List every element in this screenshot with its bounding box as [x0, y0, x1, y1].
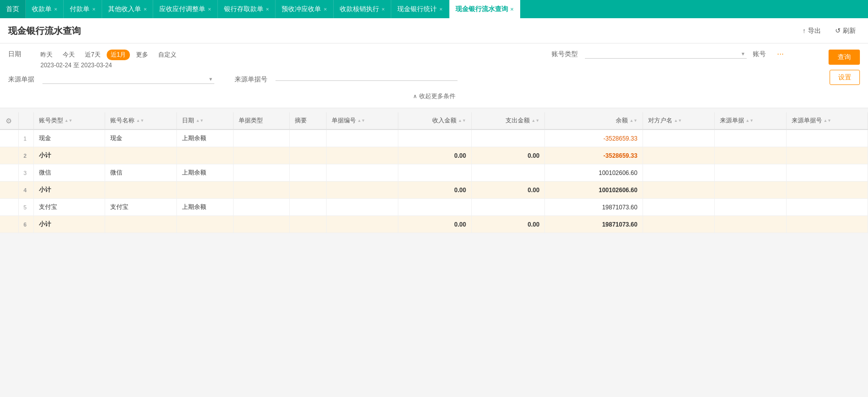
- td-expense: 0.00: [471, 182, 544, 199]
- th-doc-type: 单据类型: [233, 112, 289, 129]
- nav-item-home[interactable]: 首页: [0, 0, 26, 18]
- export-button[interactable]: ↑ 导出: [799, 24, 826, 37]
- td-row-num: 2: [18, 147, 33, 164]
- date-btn-1month[interactable]: 近1月: [107, 50, 130, 60]
- td-row-num: 4: [18, 182, 33, 199]
- td-balance: 100102606.60: [545, 164, 643, 182]
- nav-close-bank-flow[interactable]: ×: [511, 6, 514, 12]
- td-account-type: 支付宝: [33, 199, 105, 216]
- account-dots[interactable]: ···: [777, 50, 784, 59]
- th-account-name[interactable]: 账号名称 ▲▼: [105, 112, 177, 129]
- nav-close-receipt[interactable]: ×: [54, 6, 57, 12]
- date-btn-more[interactable]: 更多: [132, 50, 152, 60]
- td-balance: 19871073.60: [545, 216, 643, 233]
- settings-button[interactable]: 设置: [830, 70, 860, 85]
- nav-item-payment[interactable]: 付款单 ×: [64, 0, 102, 18]
- nav-item-receipt[interactable]: 收款单 ×: [26, 0, 64, 18]
- th-account-type[interactable]: 账号类型 ▲▼: [33, 112, 105, 129]
- td-summary: [290, 216, 327, 233]
- td-doc-type: [233, 147, 289, 164]
- nav-item-bank-flow[interactable]: 现金银行流水查询 ×: [449, 0, 520, 18]
- nav-item-adjustment[interactable]: 应收应付调整单 ×: [153, 0, 217, 18]
- td-settings-cell: [0, 199, 18, 216]
- nav-close-payment[interactable]: ×: [92, 6, 95, 12]
- nav-item-bank-deposit[interactable]: 银行存取款单 ×: [218, 0, 276, 18]
- nav-item-other-income[interactable]: 其他收入单 ×: [102, 0, 153, 18]
- source-doc-select[interactable]: ▾: [42, 75, 214, 84]
- nav-label-advance: 预收冲应收单: [282, 5, 321, 14]
- page-title: 现金银行流水查询: [8, 25, 81, 37]
- data-table: ⚙ 账号类型 ▲▼ 账号名称 ▲▼: [0, 112, 868, 233]
- td-source-doc: [714, 216, 786, 233]
- th-expense[interactable]: 支出金额 ▲▼: [471, 112, 544, 129]
- refresh-label: 刷新: [843, 26, 856, 35]
- account-type-select[interactable]: ▾: [585, 50, 747, 59]
- nav-close-other-income[interactable]: ×: [144, 6, 147, 12]
- refresh-button[interactable]: ↺ 刷新: [831, 24, 860, 37]
- th-counterpart[interactable]: 对方户名 ▲▼: [643, 112, 714, 129]
- main-content: ⚙ 账号类型 ▲▼ 账号名称 ▲▼: [0, 112, 868, 233]
- td-doc-no: [326, 182, 398, 199]
- td-account-name: [105, 216, 177, 233]
- nav-item-collection-exec[interactable]: 收款核销执行 ×: [334, 0, 391, 18]
- date-btn-7days[interactable]: 近7天: [81, 50, 105, 60]
- td-counterpart: [643, 164, 714, 182]
- td-settings-cell: [0, 216, 18, 233]
- th-row-num: [18, 112, 33, 129]
- sort-income-icon: ▲▼: [458, 119, 466, 123]
- td-expense: [471, 129, 544, 147]
- td-date: [177, 182, 233, 199]
- date-btn-today[interactable]: 今天: [59, 50, 79, 60]
- th-doc-no[interactable]: 单据编号 ▲▼: [326, 112, 398, 129]
- td-source-doc-no: [786, 182, 867, 199]
- td-counterpart: [643, 129, 714, 147]
- query-button[interactable]: 查询: [829, 50, 860, 65]
- td-account-name: 微信: [105, 164, 177, 182]
- date-btn-yesterday[interactable]: 昨天: [36, 50, 57, 60]
- td-expense: 0.00: [471, 147, 544, 164]
- td-summary: [290, 147, 327, 164]
- refresh-icon: ↺: [835, 27, 841, 34]
- date-range-display: 2023-02-24 至 2023-03-24: [40, 61, 180, 70]
- th-date[interactable]: 日期 ▲▼: [177, 112, 233, 129]
- td-income: [398, 164, 471, 182]
- td-doc-no: [326, 147, 398, 164]
- account-type-arrow-icon: ▾: [742, 51, 745, 57]
- sort-date-icon: ▲▼: [196, 119, 204, 123]
- td-expense: [471, 199, 544, 216]
- nav-item-bank-stats[interactable]: 现金银行统计 ×: [391, 0, 449, 18]
- sort-counterpart-icon: ▲▼: [674, 119, 682, 123]
- td-account-type: 现金: [33, 129, 105, 147]
- nav-label-bank-stats: 现金银行统计: [397, 5, 437, 14]
- nav-label-payment: 付款单: [70, 5, 89, 14]
- nav-close-bank-deposit[interactable]: ×: [266, 6, 269, 12]
- date-label: 日期: [8, 50, 28, 59]
- table-row: 5 支付宝 支付宝 上期余额 19871073.60: [0, 199, 868, 216]
- td-doc-type: [233, 164, 289, 182]
- td-source-doc-no: [786, 164, 867, 182]
- td-account-type: 微信: [33, 164, 105, 182]
- nav-close-advance[interactable]: ×: [324, 6, 327, 12]
- td-income: [398, 129, 471, 147]
- nav-label-other-income: 其他收入单: [108, 5, 141, 14]
- sort-expense-icon: ▲▼: [531, 119, 539, 123]
- td-source-doc-no: [786, 147, 867, 164]
- source-doc-no-input[interactable]: [276, 78, 458, 81]
- th-income[interactable]: 收入金额 ▲▼: [398, 112, 471, 129]
- td-account-type: 小计: [33, 182, 105, 199]
- td-doc-type: [233, 129, 289, 147]
- nav-label-adjustment: 应收应付调整单: [159, 5, 205, 14]
- td-row-num: 3: [18, 164, 33, 182]
- th-balance[interactable]: 余额 ▲▼: [545, 112, 643, 129]
- sort-source-doc-icon: ▲▼: [746, 119, 754, 123]
- th-source-doc[interactable]: 来源单据 ▲▼: [714, 112, 786, 129]
- th-source-doc-no[interactable]: 来源单据号 ▲▼: [786, 112, 867, 129]
- nav-item-advance[interactable]: 预收冲应收单 ×: [276, 0, 333, 18]
- date-btn-custom[interactable]: 自定义: [154, 50, 180, 60]
- nav-close-adjustment[interactable]: ×: [208, 6, 211, 12]
- nav-close-collection-exec[interactable]: ×: [382, 6, 385, 12]
- td-doc-type: [233, 182, 289, 199]
- collapse-bar[interactable]: ∧ 收起更多条件: [8, 89, 860, 102]
- th-settings[interactable]: ⚙: [0, 112, 18, 129]
- nav-close-bank-stats[interactable]: ×: [439, 6, 442, 12]
